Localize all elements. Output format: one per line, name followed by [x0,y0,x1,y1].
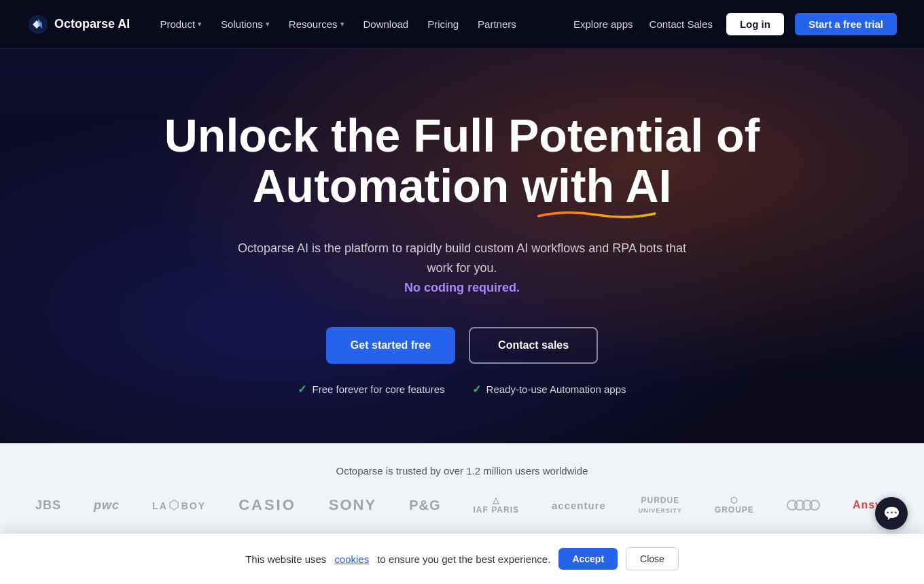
hero-section: Unlock the Full Potential of Automation … [0,49,924,443]
close-cookie-button[interactable]: Close [626,547,679,570]
nav-download[interactable]: Download [355,13,417,35]
logo[interactable]: Octoparse AI [27,14,130,35]
brand-iafparis: △IAF PARIS [474,496,519,515]
checkmark-icon: ✓ [472,383,481,396]
no-coding-text: No coding required. [404,281,520,294]
chat-button[interactable]: 💬 [875,497,908,530]
check-free: ✓ Free forever for core features [298,383,444,396]
brand-logos: JBS pwc LA⬡BOY CASIO SONY P&G △IAF PARIS… [27,496,897,515]
trusted-text: Octoparse is trusted by over 1.2 million… [27,465,897,477]
logo-icon [27,14,49,35]
cookies-link[interactable]: cookies [334,553,369,565]
logo-text: Octoparse AI [54,17,130,31]
nav-right: Explore apps Contact Sales Log in Start … [571,13,897,35]
login-button[interactable]: Log in [726,13,784,35]
get-started-button[interactable]: Get started free [326,327,455,364]
explore-apps-link[interactable]: Explore apps [571,13,636,35]
nav-product[interactable]: Product ▾ [152,13,210,35]
hero-buttons: Get started free Contact sales [326,327,598,364]
chevron-down-icon: ▾ [340,20,344,29]
nav-pricing[interactable]: Pricing [419,13,467,35]
contact-sales-button[interactable]: Contact sales [469,327,598,364]
accept-button[interactable]: Accept [558,548,618,570]
chat-icon: 💬 [883,505,900,521]
cookie-text: This website uses [245,553,326,565]
nav-left: Octoparse AI Product ▾ Solutions ▾ Resou… [27,13,525,35]
cookie-text2: to ensure you get the best experience. [377,553,550,565]
brand-jbs: JBS [35,498,61,513]
start-trial-button[interactable]: Start a free trial [795,13,897,35]
navbar: Octoparse AI Product ▾ Solutions ▾ Resou… [0,0,924,49]
nav-partners[interactable]: Partners [469,13,525,35]
check-apps: ✓ Ready-to-use Automation apps [472,383,626,396]
cookie-banner: This website uses cookies to ensure you … [0,534,924,584]
with-ai-text: with AI [522,160,671,211]
brand-pg: P&G [409,498,440,513]
brand-audi [787,500,820,511]
brand-casio: CASIO [238,496,296,514]
brand-groupe: ⬡GROUPE [715,496,754,515]
checkmark-icon: ✓ [298,383,306,396]
trusted-section: Octoparse is trusted by over 1.2 million… [0,443,924,543]
hero-checks: ✓ Free forever for core features ✓ Ready… [298,383,626,396]
contact-sales-link[interactable]: Contact Sales [647,13,715,35]
nav-links: Product ▾ Solutions ▾ Resources ▾ Downlo… [152,13,524,35]
brand-lazboy: LA⬡BOY [152,498,206,513]
brand-purdue: PURDUEUNIVERSITY [639,496,682,515]
brand-pwc: pwc [94,498,120,513]
chevron-down-icon: ▾ [266,20,270,29]
hero-subtitle: Octoparse AI is the platform to rapidly … [231,239,693,297]
nav-solutions[interactable]: Solutions ▾ [213,13,278,35]
nav-resources[interactable]: Resources ▾ [281,13,353,35]
chevron-down-icon: ▾ [198,20,202,29]
hero-headline: Unlock the Full Potential of Automation … [164,110,760,212]
underline-decoration [522,209,671,221]
brand-sony: SONY [329,496,376,514]
brand-accenture: accenture [552,500,606,511]
